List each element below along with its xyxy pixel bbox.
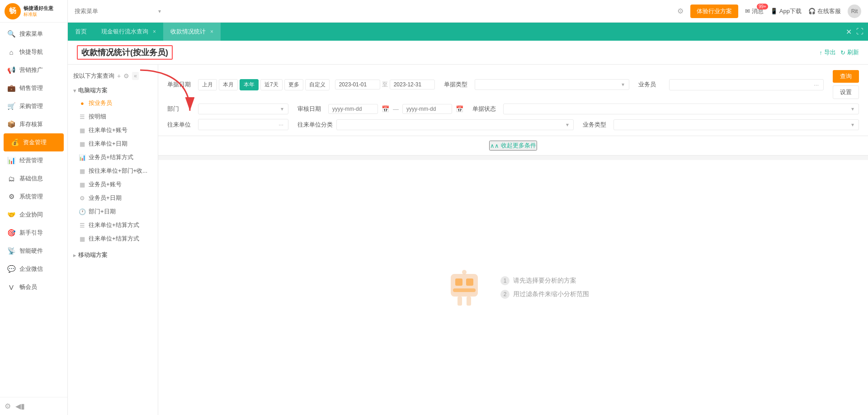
sidebar-item-marketing[interactable]: 📢 营销推广	[0, 61, 67, 79]
plan-group-mobile-title[interactable]: ▸ 移动端方案	[68, 249, 158, 261]
date-to-input[interactable]	[390, 80, 435, 90]
filter-salesperson-item: 业务员 ···	[638, 79, 824, 90]
sidebar-item-search-menu[interactable]: 🔍 搜索菜单	[0, 25, 67, 43]
cparty-more-icon[interactable]: ···	[278, 121, 283, 128]
page-actions: ↑ 导出 ↻ 刷新	[820, 48, 859, 57]
refresh-button[interactable]: ↻ 刷新	[840, 48, 859, 57]
plan-icon-cparty-settle1: ☰	[79, 222, 86, 229]
plan-icon-sales-account: ▦	[79, 181, 86, 188]
sidebar-item-sales[interactable]: 💼 销售管理	[0, 79, 67, 97]
topbar-gear-button[interactable]: ⚙	[677, 7, 684, 15]
salesperson-more-icon[interactable]: ···	[814, 81, 819, 88]
plan-item-cparty-account[interactable]: ▦ 往来单位+账号	[68, 123, 158, 137]
plan-item-cparty-settle1[interactable]: ☰ 往来单位+结算方式	[68, 218, 158, 232]
collapse-panel-icon[interactable]: «	[132, 72, 139, 80]
search-menu-input[interactable]	[75, 8, 156, 14]
date-custom[interactable]: 自定义	[305, 79, 330, 90]
tab-collection-stat[interactable]: 收款情况统计 ×	[163, 23, 221, 41]
date-7days[interactable]: 近7天	[260, 79, 283, 90]
tab-collection-stat-close[interactable]: ×	[210, 28, 213, 35]
filter-row-2: 部门 ▾ 审核日期 📅 — 📅	[167, 104, 859, 114]
sidebar-item-guide[interactable]: 🎯 新手引导	[0, 224, 67, 242]
breadcrumb-chevron-icon[interactable]: ▾	[158, 8, 161, 14]
review-date-from-input[interactable]	[328, 104, 378, 114]
tab-bank-flow-close[interactable]: ×	[153, 28, 156, 35]
doctype-select[interactable]: ▾	[475, 79, 629, 90]
plan-item-sales-account[interactable]: ▦ 业务员+账号	[68, 178, 158, 191]
plan-item-sales-date[interactable]: ⚙ 业务员+日期	[68, 191, 158, 205]
tab-bank-flow[interactable]: 现金银行流水查询 ×	[94, 23, 163, 41]
filter-row-3: 往来单位 ··· 往来单位分类 ▾	[167, 119, 859, 130]
query-button[interactable]: 查询	[833, 70, 859, 83]
cparty-cat-select[interactable]: ▾	[336, 119, 574, 130]
review-date-to-calendar-icon[interactable]: 📅	[456, 105, 463, 113]
date-this-year[interactable]: 本年	[240, 79, 259, 90]
plan-group-pc: ▾ 电脑端方案 ● 按业务员 ☰ 按明细 ▦ 往来单位+账号	[68, 83, 158, 247]
plan-group-mobile: ▸ 移动端方案	[68, 247, 158, 263]
expand-mobile-icon: ▸	[73, 252, 76, 259]
settings-bottom-icon[interactable]: ⚙	[5, 402, 11, 410]
biztype-select[interactable]: ▾	[613, 119, 859, 130]
date-this-month[interactable]: 本月	[219, 79, 238, 90]
cparty-cat-label: 往来单位分类	[297, 121, 333, 129]
plan-group-pc-title[interactable]: ▾ 电脑端方案	[68, 85, 158, 96]
sidebar-item-wechat[interactable]: 💬 企业微信	[0, 260, 67, 278]
tabbar-expand-icon[interactable]: ⛶	[856, 28, 863, 36]
sidebar-item-quick-nav[interactable]: ⌂ 快捷导航	[0, 43, 67, 61]
gear-plan-icon[interactable]: ⚙	[123, 72, 129, 80]
plan-item-sales-settle[interactable]: 📊 业务员+结算方式	[68, 151, 158, 164]
docstatus-select[interactable]: ▾	[503, 104, 859, 114]
sidebar-item-vip[interactable]: V 畅会员	[0, 278, 67, 296]
sidebar-item-operation[interactable]: 📊 经营管理	[0, 151, 67, 170]
sidebar-item-enterprise[interactable]: 🤝 企业协同	[0, 206, 67, 224]
plan-item-dept-date[interactable]: 🕐 部门+日期	[68, 205, 158, 218]
review-date-to-input[interactable]	[402, 104, 452, 114]
add-plan-icon[interactable]: +	[117, 72, 121, 80]
salesperson-select[interactable]: ···	[669, 79, 824, 90]
page-header: 收款情况统计(按业务员) ↑ 导出 ↻ 刷新	[68, 41, 868, 65]
user-avatar[interactable]: Rit	[848, 5, 861, 18]
collapse-sidebar-icon[interactable]: ◀▮	[15, 402, 25, 410]
export-icon: ↑	[820, 49, 823, 56]
tab-home[interactable]: 首页	[68, 23, 94, 41]
sidebar-item-base-info[interactable]: 🗂 基础信息	[0, 170, 67, 188]
wechat-icon: 💬	[7, 264, 16, 274]
plan-item-cparty-date[interactable]: ▦ 往来单位+日期	[68, 137, 158, 151]
app-download-button[interactable]: 📱 App下载	[770, 7, 802, 15]
plan-item-detail[interactable]: ☰ 按明细	[68, 110, 158, 123]
online-service-button[interactable]: 🎧 在线客服	[808, 7, 841, 15]
collapse-more-button[interactable]: ∧∧ 收起更多条件	[489, 141, 537, 151]
doctype-chevron-icon: ▾	[622, 81, 624, 88]
sidebar-item-inventory[interactable]: 📦 库存核算	[0, 115, 67, 133]
empty-state: 1 请先选择要分析的方案 2 用过滤条件来缩小分析范围	[158, 160, 868, 415]
filter-area: 单据日期 上月 本月 本年 近7天 更多 自定义 至	[158, 65, 868, 136]
dept-select[interactable]: ▾	[198, 104, 288, 114]
message-button[interactable]: ✉ 消息 99+	[745, 7, 764, 15]
empty-tip-1: 1 请先选择要分析的方案	[500, 276, 589, 285]
filter-cparty-item: 往来单位 ···	[167, 119, 288, 130]
cparty-select[interactable]: ···	[198, 119, 288, 130]
filter-plan-label: 按以下方案查询	[73, 72, 114, 80]
export-button[interactable]: ↑ 导出	[820, 48, 836, 57]
sidebar-item-purchase[interactable]: 🛒 采购管理	[0, 97, 67, 115]
tabbar-close-icon[interactable]: ✕	[846, 28, 852, 36]
sidebar-item-system[interactable]: ⚙ 系统管理	[0, 188, 67, 206]
date-from-input[interactable]	[335, 80, 380, 90]
settings-button[interactable]: 设置	[833, 85, 859, 99]
sidebar-item-smart-hw[interactable]: 📡 智能硬件	[0, 242, 67, 260]
date-more[interactable]: 更多	[284, 79, 303, 90]
action-buttons: 查询 设置	[833, 70, 859, 99]
date-last-month[interactable]: 上月	[198, 79, 217, 90]
sidebar-bottom: ⚙ ◀▮	[0, 397, 67, 415]
biztype-label: 业务类型	[583, 121, 610, 129]
plan-item-salesperson[interactable]: ● 按业务员	[68, 96, 158, 110]
filter-review-date-item: 审核日期 📅 — 📅	[297, 104, 463, 114]
plan-icon-detail: ☰	[79, 113, 86, 120]
collapse-bar: ∧∧ 收起更多条件	[158, 136, 868, 156]
sidebar-item-capital[interactable]: 💰 资金管理	[4, 133, 64, 151]
trial-btn[interactable]: 体验行业方案	[690, 5, 738, 18]
plan-item-cparty-dept[interactable]: ▦ 按往来单位+部门+收...	[68, 164, 158, 178]
plan-item-cparty-settle2[interactable]: ▦ 往来单位+结算方式	[68, 232, 158, 245]
review-date-from-calendar-icon[interactable]: 📅	[382, 105, 389, 113]
smart-hw-icon: 📡	[7, 246, 16, 255]
